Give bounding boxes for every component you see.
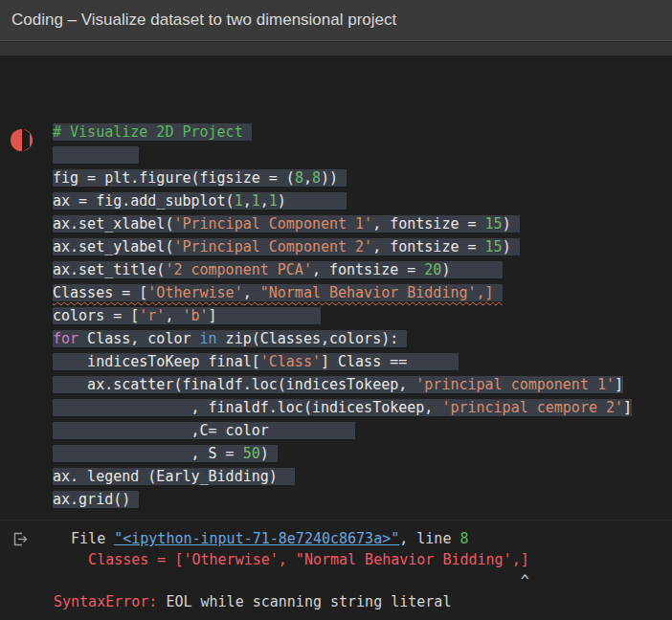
run-cell-button[interactable] <box>11 129 33 151</box>
code-line: ax = fig.add_subplot(1,1,1) <box>53 189 632 212</box>
code-line: ,C= color <box>53 419 632 442</box>
traceback-file-line: File "<ipython-input-71-8e7240c8673a>", … <box>54 528 529 549</box>
error-type: SyntaxError: <box>54 593 157 610</box>
code-line: fig = plt.figure(figsize = (8,8)) <box>53 166 632 189</box>
code-line: , finaldf.loc(indicesTokeep, 'principal … <box>53 396 632 419</box>
code-line: , S = 50) <box>53 442 632 465</box>
line-label: , line <box>399 530 459 547</box>
code-line: colors = ['r', 'b'] <box>53 304 632 327</box>
code-line: ax.grid() <box>53 488 632 511</box>
code-editor[interactable]: # Visualize 2D Project fig = plt.figure(… <box>53 121 632 511</box>
code-line: ax.set_xlabel('Principal Component 1', f… <box>53 212 632 235</box>
bracket-arrow-icon <box>11 530 29 548</box>
code-line: ax.set_title('2 component PCA', fontsize… <box>53 258 632 281</box>
code-line: Classes = ['Otherwise', "Normal Behavior… <box>53 281 632 304</box>
output-gutter-icon[interactable] <box>11 530 29 552</box>
error-caret-line: ^ <box>54 570 529 591</box>
cell-output-divider <box>0 520 672 520</box>
error-message-line: SyntaxError: EOL while scanning string l… <box>54 591 529 612</box>
code-line <box>53 144 632 166</box>
code-line: ax.set_ylabel('Principal Component 2', f… <box>53 235 632 258</box>
code-line: # Visualize 2D Project <box>53 121 632 144</box>
page-title: Coding – Visualize dataset to two dimens… <box>0 0 672 40</box>
code-line: for Class, color in zip(Classes,colors): <box>53 327 632 350</box>
error-source-line: Classes = ['Otherwise', "Normal Behavior… <box>54 549 529 570</box>
play-icon <box>22 128 30 152</box>
header-strip <box>0 42 672 55</box>
code-cell: # Visualize 2D Project fig = plt.figure(… <box>0 55 672 620</box>
traceback-source-link[interactable]: "<ipython-input-71-8e7240c8673a>" <box>114 530 399 547</box>
error-description: EOL while scanning string literal <box>157 593 451 610</box>
header-bar: Coding – Visualize dataset to two dimens… <box>0 0 672 41</box>
file-label: File <box>54 530 114 547</box>
code-line: ax.scatter(finaldf.loc(indicesTokeep, 'p… <box>53 373 632 396</box>
line-number: 8 <box>459 530 468 547</box>
code-line: ax. legend (Early_Bidding) <box>53 465 632 488</box>
code-line: indicesToKeep final['Class'] Class == <box>53 350 632 373</box>
error-output: File "<ipython-input-71-8e7240c8673a>", … <box>54 528 529 612</box>
